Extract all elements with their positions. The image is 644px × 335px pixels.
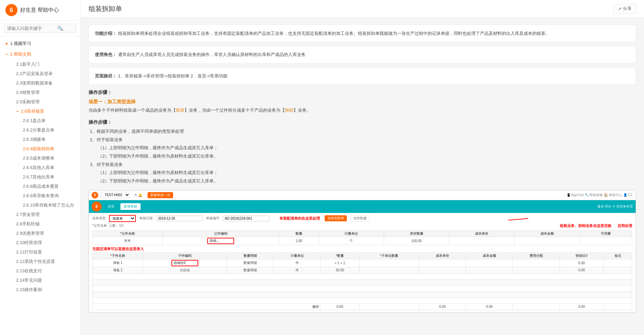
sidebar-item-s24[interactable]: 2.4销售管理 <box>7 88 80 97</box>
sidebar-item-s29[interactable]: 2.9优惠券管理 <box>7 229 80 238</box>
sidebar: 6 好生意 帮助中心 🔍 + 1.视频学习 − 2.帮助文档 2.1新手入门 2… <box>0 0 80 335</box>
mock-header-tabs: 6 自页 新增单据 备存 导出 ✕ 关闭来本页 <box>89 200 636 213</box>
sidebar-item-s262[interactable]: 2.6.2分量盘点单 <box>13 125 80 135</box>
footer-val-3: 0.00 <box>560 303 604 310</box>
sidebar-item-s27[interactable]: 2.7资金管理 <box>7 210 80 219</box>
upper-th-3: 计量单位 <box>319 230 384 237</box>
mock-allow-fast-btn[interactable]: 允许快速 <box>350 215 370 222</box>
sidebar-item-s210[interactable]: 2.10经营管理 <box>7 238 80 247</box>
step2-item: 2、对于组装业务 <box>89 136 636 144</box>
mock-type-label: 业务类型 <box>92 216 106 221</box>
sidebar-item-s23[interactable]: 2.3使用前数据准备 <box>7 78 80 88</box>
sidebar-item-s1[interactable]: + 1.视频学习 <box>0 38 80 49</box>
lower-th-7: 成本金额 <box>466 253 513 259</box>
lower-th-2: 数量明细 <box>227 253 274 259</box>
mock-upper-table-wrapper: *父件名称 父件编码 数量 计量单位 库存数量 成本单价 成本金额 可用量 <box>92 230 632 245</box>
sidebar-item-s214[interactable]: 2.14常见问题 <box>7 276 80 285</box>
lower-row-7 <box>93 297 632 303</box>
mock-company-select[interactable]: TEST-H002 <box>101 192 130 198</box>
search-box[interactable]: 🔍 <box>4 24 76 33</box>
sidebar-item-s2610[interactable]: 2.6.10库存账本错了怎么办 <box>13 201 80 210</box>
lower-th-1: 子件编码 <box>143 253 227 259</box>
mock-upper-table: *父件名称 父件编码 数量 计量单位 库存数量 成本单价 成本金额 可用量 <box>92 230 632 245</box>
app-title: 好生意 帮助中心 <box>20 7 59 14</box>
lower-th-6: 成本单价 <box>419 253 466 259</box>
sidebar-item-s213[interactable]: 2.13在线支付 <box>7 266 80 276</box>
sidebar-item-s22[interactable]: 2.2产品安装及登录 <box>7 69 80 78</box>
mock-icons-area: ⚙ 🔔 <box>134 193 142 197</box>
logo-area: 6 好生意 帮助中心 <box>0 0 80 20</box>
annotation1-label: 有装配清单的在这里处理 <box>279 216 320 221</box>
sidebar-item-s28[interactable]: 2.8手机旺铺 <box>7 219 80 229</box>
mock-topbar: 6 TEST-H002 ⚙ 🔔 新建单据一次 📱 AppTrial 🔧 帮助维修… <box>89 190 636 200</box>
upper-th-6: 成本金额 <box>515 230 580 237</box>
sidebar-item-s267[interactable]: 2.6.7其他出库单 <box>13 172 80 182</box>
step2-sub2-item: （2）下部明细为子件明细，最终作为原材料生成其它出库单。 <box>97 152 636 161</box>
mock-date-label: 单据日期 <box>139 216 153 221</box>
upper-th-0: *父件名称 <box>93 230 163 237</box>
sidebar-item-s268[interactable]: 2.6.8商品成本重算 <box>13 182 80 191</box>
mock-new-order-btn[interactable]: 新建单据一次 <box>148 192 173 198</box>
search-area: 🔍 <box>0 20 80 36</box>
mock-tab-home[interactable]: 自页 <box>104 203 118 210</box>
sidebar-item-s21[interactable]: 2.1新手入门 <box>7 60 80 69</box>
page-title: 组装拆卸单 <box>89 4 122 13</box>
mock-code-input[interactable] <box>223 216 269 221</box>
sidebar-item-s25[interactable]: 2.5采购管理 <box>7 97 80 107</box>
feature-intro-block: 功能介绍： 组装拆卸单用来处理企业组装或拆卸等加工业务，支持有固定装配清单的产品… <box>89 24 636 42</box>
content-area: 功能介绍： 组装拆卸单用来处理企业组装或拆卸等加工业务，支持有固定装配清单的产品… <box>80 18 644 335</box>
lower-th-8: 费用分配 <box>513 253 560 259</box>
share-button[interactable]: ↗ 分享 <box>613 4 636 13</box>
step1-item: 1、根据不同的业务，选择不同单据的类型来处理 <box>89 127 636 136</box>
sidebar-item-s269[interactable]: 2.6.9库存账本查询 <box>13 191 80 201</box>
step3-sub2-item: （2）下部明细为子件明细，最终作为产成品生成其它入库单。 <box>97 177 636 185</box>
step3-sub-list: （1）上部明细为父件明细，最终作为原材料生成其它出库单； （2）下部明细为子件明… <box>89 169 636 185</box>
search-input[interactable] <box>7 26 57 31</box>
sidebar-item-s261[interactable]: 2.6.1盘点单 <box>13 116 80 125</box>
mock-select-assembly-btn[interactable]: 选择装配单 <box>325 215 347 221</box>
feature-intro-label: 功能介绍： <box>95 31 117 36</box>
lower-code-1-input[interactable] <box>171 260 198 266</box>
mock-date-input[interactable] <box>156 216 203 221</box>
mock-top-right-icons: 📱 AppTrial 🔧 帮助维修 🏠 帮助中心 👤 CC <box>567 193 633 198</box>
sidebar-item-s263[interactable]: 2.6.3调拨单 <box>13 135 80 144</box>
expand-icon-s1: + <box>5 41 8 46</box>
sidebar-item-s266[interactable]: 2.6.6其他入库单 <box>13 163 80 172</box>
scene1-title: 场景一：加工类型选择 <box>89 99 636 105</box>
path-block: 页面路径： 1、库存核算->库存管理->组装拆卸单 2、首页->常用功能 <box>89 67 636 85</box>
screenshot-mockup: 6 TEST-H002 ⚙ 🔔 新建单据一次 📱 AppTrial 🔧 帮助维修… <box>89 190 636 313</box>
path-label: 页面路径： <box>95 73 117 78</box>
sidebar-sub-s26: 2.6.1盘点单 2.6.2分量盘点单 2.6.3调拨单 2.6.4组装拆卸单 … <box>7 116 80 210</box>
lower-th-4: *数量 <box>320 253 359 259</box>
annotation2-label: 组装业务、拆卸业务在这里切换 <box>560 223 611 228</box>
mock-form-row1: 业务类型 组装单拆卸单 单据日期 单据编号 有装配清单的在这里处理 选择装配单 … <box>92 215 632 222</box>
lower-th-3: 计量单位 <box>274 253 321 259</box>
upper-row-1: 米米 1.00 个 100.00 <box>93 237 632 245</box>
collapse-icon-s2: − <box>5 52 8 57</box>
step3-sub1-item: （1）上部明细为父件明细，最终作为原材料生成其它出库单； <box>97 169 636 177</box>
upper-th-7: 可用量 <box>580 230 632 237</box>
scene1-desc: 当由多个子件材料组装成一个成品的业务为【组装】业务，当由一个父件拆分成多个子产品… <box>89 106 636 115</box>
lower-row-2: 薄板 2 分自动 数量明细 件 30.00 0.00 <box>93 267 632 273</box>
mock-form-row2: *父件名称 人数：1/1 组装业务、拆卸业务在这里切换 启用处理 <box>92 223 632 228</box>
sidebar-item-s264[interactable]: 2.6.4组装拆卸单 <box>13 144 80 154</box>
mock-type-select[interactable]: 组装单拆卸单 <box>109 215 136 222</box>
sidebar-item-s26[interactable]: − 2.6库存核算 <box>7 107 80 116</box>
sidebar-item-s211[interactable]: 2.11打印设置 <box>7 247 80 257</box>
mock-lower-table-wrapper: *子件名称 子件编码 数量明细 计量单位 *数量 *子单位数量 成本单价 成本金… <box>92 253 632 310</box>
search-icon[interactable]: 🔍 <box>57 25 63 31</box>
sidebar-item-s215[interactable]: 2.15操作案例 <box>7 285 80 294</box>
nav-area: + 1.视频学习 − 2.帮助文档 2.1新手入门 2.2产品安装及登录 2.3… <box>0 36 80 335</box>
mock-tab-new[interactable]: 新增单据 <box>120 203 141 210</box>
sidebar-item-s265[interactable]: 2.6.5成本调整单 <box>13 154 80 163</box>
mock-logo-icon: 6 <box>92 192 98 199</box>
lower-th-5: *子单位数量 <box>359 253 419 259</box>
mock-header-right: 备存 导出 ✕ 关闭来本页 <box>597 204 633 209</box>
mock-lower-table: *子件名称 子件编码 数量明细 计量单位 *数量 *子单位数量 成本单价 成本金… <box>92 253 632 310</box>
share-icon: ↗ <box>618 6 622 11</box>
sidebar-item-s212[interactable]: 2.12系统个性化设置 <box>7 257 80 266</box>
upper-code-input[interactable] <box>207 238 234 244</box>
collapse-icon-s26: − <box>16 109 19 114</box>
sidebar-item-s2[interactable]: − 2.帮助文档 <box>0 49 80 60</box>
sidebar-sub-s2: 2.1新手入门 2.2产品安装及登录 2.3使用前数据准备 2.4销售管理 2.… <box>0 60 80 294</box>
